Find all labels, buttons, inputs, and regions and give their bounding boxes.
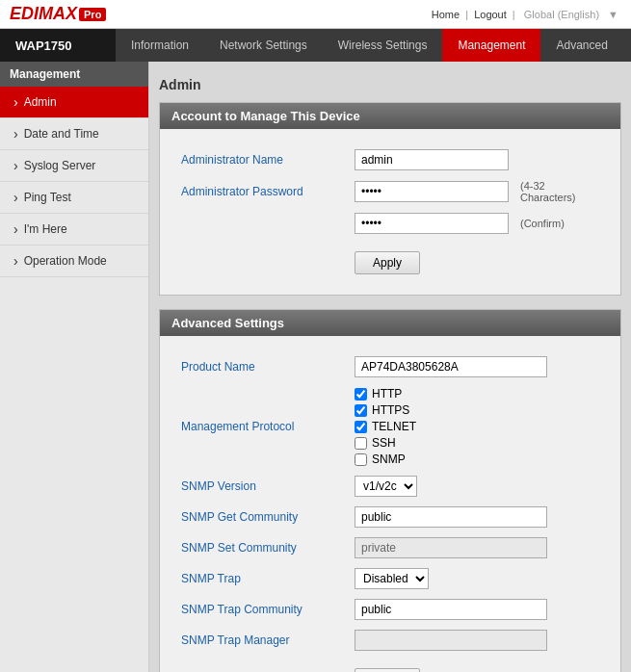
snmp-set-community-row: SNMP Set Community — [175, 532, 605, 563]
brand-pro: Pro — [79, 8, 106, 21]
protocol-snmp-label: SNMP — [372, 452, 406, 466]
sidebar-item-imhere[interactable]: I'm Here — [0, 214, 148, 246]
protocol-snmp-checkbox[interactable] — [355, 453, 367, 466]
admin-name-field-cell — [349, 144, 514, 175]
snmp-trap-manager-label: SNMP Trap Manager — [175, 625, 349, 656]
snmp-get-community-input[interactable] — [355, 506, 547, 528]
account-section-header: Account to Manage This Device — [160, 103, 620, 129]
snmp-get-community-label: SNMP Get Community — [175, 502, 349, 532]
account-section: Account to Manage This Device Administra… — [159, 102, 621, 296]
protocol-ssh-checkbox[interactable] — [355, 437, 367, 450]
advanced-form-table: Product Name Management Protocol HTTP — [175, 351, 605, 672]
page-title: Admin — [159, 71, 621, 102]
snmp-trap-community-row: SNMP Trap Community — [175, 594, 605, 625]
mgmt-protocol-checkboxes: HTTP HTTPS TELNET — [349, 382, 605, 471]
nav-brand: WAP1750 — [0, 29, 116, 62]
brand-name: EDIMAX — [10, 4, 77, 24]
protocol-checkbox-group: HTTP HTTPS TELNET — [355, 387, 599, 466]
admin-password-label: Administrator Password — [175, 175, 349, 208]
top-links: Home | Logout | Global (English) ▼ — [432, 9, 621, 20]
protocol-telnet-checkbox[interactable] — [355, 421, 367, 433]
advanced-apply-row: Apply — [175, 656, 605, 672]
admin-name-input[interactable] — [355, 149, 509, 170]
tab-network-settings[interactable]: Network Settings — [204, 29, 323, 62]
tab-wireless-settings[interactable]: Wireless Settings — [323, 29, 443, 62]
snmp-set-community-label: SNMP Set Community — [175, 532, 349, 563]
sidebar: Management Admin Date and Time Syslog Se… — [0, 62, 149, 672]
snmp-set-community-input[interactable] — [355, 537, 547, 558]
protocol-ssh-label: SSH — [372, 436, 396, 450]
snmp-get-community-cell — [349, 502, 605, 532]
advanced-apply-button[interactable]: Apply — [355, 668, 420, 672]
snmp-trap-select[interactable]: Disabled Enabled — [355, 568, 429, 589]
protocol-http-checkbox[interactable] — [355, 388, 367, 401]
home-link[interactable]: Home — [432, 9, 460, 20]
region-selector[interactable]: Global (English) — [524, 9, 599, 20]
snmp-trap-row: SNMP Trap Disabled Enabled — [175, 563, 605, 594]
product-name-row: Product Name — [175, 351, 605, 382]
advanced-section: Advanced Settings Product Name Managemen… — [159, 309, 621, 672]
snmp-trap-community-cell — [349, 594, 605, 625]
mgmt-protocol-row: Management Protocol HTTP HTTPS — [175, 382, 605, 471]
account-apply-row: Apply — [175, 239, 605, 279]
advanced-section-body: Product Name Management Protocol HTTP — [160, 336, 620, 672]
top-bar: EDIMAX Pro Home | Logout | Global (Engli… — [0, 0, 631, 29]
account-apply-button[interactable]: Apply — [355, 251, 420, 274]
content-area: Admin Account to Manage This Device Admi… — [149, 62, 631, 672]
sidebar-item-date-time[interactable]: Date and Time — [0, 118, 148, 150]
protocol-https-row: HTTPS — [355, 403, 599, 417]
protocol-http-row: HTTP — [355, 387, 599, 401]
snmp-trap-label: SNMP Trap — [175, 563, 349, 594]
protocol-snmp-row: SNMP — [355, 452, 599, 466]
admin-name-row: Administrator Name — [175, 144, 605, 175]
snmp-version-row: SNMP Version v1/v2c v3 — [175, 471, 605, 502]
tab-advanced[interactable]: Advanced — [540, 29, 622, 62]
sidebar-item-admin[interactable]: Admin — [0, 87, 148, 118]
protocol-ssh-row: SSH — [355, 436, 599, 450]
protocol-https-label: HTTPS — [372, 403, 409, 417]
admin-password-row: Administrator Password (4-32 Characters) — [175, 175, 605, 208]
protocol-telnet-row: TELNET — [355, 420, 599, 433]
admin-confirm-row: (Confirm) — [175, 208, 605, 239]
admin-password-field-cell — [349, 175, 514, 208]
snmp-version-label: SNMP Version — [175, 471, 349, 502]
password-hint: (4-32 Characters) — [514, 175, 605, 208]
account-form-table: Administrator Name Administrator Passwor… — [175, 144, 605, 279]
sidebar-item-operation-mode[interactable]: Operation Mode — [0, 246, 148, 277]
snmp-trap-manager-cell — [349, 625, 605, 656]
snmp-trap-cell: Disabled Enabled — [349, 563, 605, 594]
tab-information[interactable]: Information — [116, 29, 204, 62]
snmp-set-community-cell — [349, 532, 605, 563]
sidebar-item-ping[interactable]: Ping Test — [0, 182, 148, 214]
mgmt-protocol-label: Management Protocol — [175, 382, 349, 471]
admin-confirm-input[interactable] — [355, 213, 509, 234]
sidebar-item-syslog[interactable]: Syslog Server — [0, 150, 148, 182]
logo: EDIMAX Pro — [10, 4, 106, 24]
logout-link[interactable]: Logout — [474, 9, 507, 20]
account-section-body: Administrator Name Administrator Passwor… — [160, 129, 620, 295]
sidebar-header: Management — [0, 62, 148, 87]
protocol-http-label: HTTP — [372, 387, 402, 401]
protocol-telnet-label: TELNET — [372, 420, 416, 433]
snmp-trap-manager-input[interactable] — [355, 630, 547, 651]
snmp-version-cell: v1/v2c v3 — [349, 471, 605, 502]
protocol-https-checkbox[interactable] — [355, 404, 367, 417]
admin-name-label: Administrator Name — [175, 144, 349, 175]
tab-management[interactable]: Management — [442, 29, 540, 62]
snmp-trap-manager-row: SNMP Trap Manager — [175, 625, 605, 656]
snmp-trap-community-label: SNMP Trap Community — [175, 594, 349, 625]
snmp-trap-community-input[interactable] — [355, 599, 547, 620]
product-name-field-cell — [349, 351, 605, 382]
product-name-label: Product Name — [175, 351, 349, 382]
product-name-input[interactable] — [355, 356, 547, 377]
advanced-section-header: Advanced Settings — [160, 310, 620, 336]
snmp-get-community-row: SNMP Get Community — [175, 502, 605, 532]
nav-tabs: Information Network Settings Wireless Se… — [116, 29, 631, 62]
admin-password-input[interactable] — [355, 181, 509, 202]
snmp-version-select[interactable]: v1/v2c v3 — [355, 476, 417, 497]
region-chevron-icon: ▼ — [608, 9, 618, 20]
nav-bar: WAP1750 Information Network Settings Wir… — [0, 29, 631, 62]
main-layout: Management Admin Date and Time Syslog Se… — [0, 62, 631, 672]
confirm-hint: (Confirm) — [514, 208, 605, 239]
